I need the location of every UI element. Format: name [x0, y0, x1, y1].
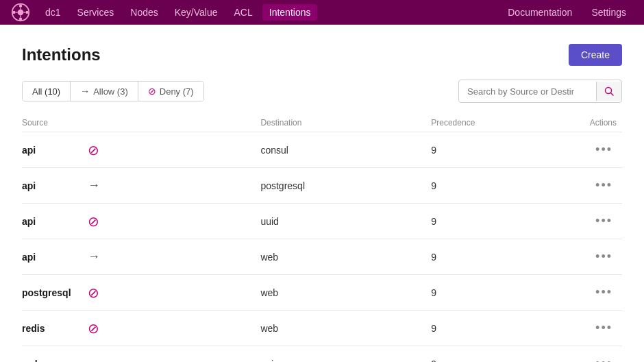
filter-tab-deny[interactable]: ⊘ Deny (7) [138, 82, 203, 101]
nav-keyvalue[interactable]: Key/Value [168, 4, 225, 21]
table-row: postgresql ⊘ web 9 ••• [22, 275, 622, 311]
table-row: api → web 9 ••• [22, 239, 622, 275]
intent-type-icon: → [88, 357, 100, 362]
svg-point-5 [25, 11, 28, 14]
consul-logo-icon [11, 3, 30, 22]
actions-cell: ••• [554, 239, 622, 275]
intent-type-icon: → [88, 250, 100, 264]
col-header-destination: Destination [260, 114, 431, 132]
table-row: api ⊘ consul 9 ••• [22, 132, 622, 168]
nav-intentions[interactable]: Intentions [262, 4, 318, 21]
actions-cell: ••• [554, 311, 622, 346]
destination-cell: uuid [260, 204, 431, 239]
page-header: Intentions Create [22, 44, 622, 66]
source-cell: web → [22, 346, 260, 363]
destination-cell: consul [260, 132, 431, 168]
table-row: web → api 9 ••• [22, 346, 622, 363]
source-cell: redis ⊘ [22, 311, 260, 346]
source-name: api [22, 180, 77, 191]
intent-type-icon: → [88, 178, 100, 193]
table-body: api ⊘ consul 9 ••• api → postgresql [22, 132, 622, 363]
more-actions-button[interactable]: ••• [591, 284, 617, 301]
col-header-source: Source [22, 114, 260, 132]
filter-all-label: All (10) [32, 86, 60, 97]
actions-cell: ••• [554, 168, 622, 204]
source-name: api [22, 252, 77, 263]
intent-type-icon: ⊘ [88, 142, 99, 158]
destination-name: api [260, 359, 273, 363]
filter-tabs: All (10) → Allow (3) ⊘ Deny (7) [22, 81, 204, 101]
deny-icon: ⊘ [88, 142, 99, 158]
precedence-cell: 9 [431, 168, 554, 204]
more-actions-button[interactable]: ••• [591, 355, 617, 362]
destination-cell: web [260, 311, 431, 346]
source-name: api [22, 145, 77, 156]
nav-acl[interactable]: ACL [227, 4, 260, 21]
col-header-precedence: Precedence [431, 114, 554, 132]
navbar-right: Documentation Settings [501, 4, 633, 21]
table-row: redis ⊘ web 9 ••• [22, 311, 622, 346]
more-actions-button[interactable]: ••• [591, 319, 617, 337]
filter-bar: All (10) → Allow (3) ⊘ Deny (7) [22, 80, 622, 103]
table-header: Source Destination Precedence Actions [22, 114, 622, 132]
filter-deny-label: Deny (7) [160, 86, 194, 97]
destination-cell: web [260, 239, 431, 275]
deny-icon: ⊘ [88, 285, 99, 301]
main-content: Intentions Create All (10) → Allow (3) ⊘… [0, 25, 644, 362]
filter-tab-allow[interactable]: → Allow (3) [71, 82, 138, 101]
precedence-cell: 9 [431, 275, 554, 311]
navbar-left: dc1 Services Nodes Key/Value ACL Intenti… [11, 3, 317, 22]
source-name: web [22, 359, 77, 363]
destination-name: web [260, 252, 278, 263]
source-cell: postgresql ⊘ [22, 275, 260, 311]
allow-icon: → [88, 250, 100, 264]
destination-name: web [260, 287, 278, 298]
actions-cell: ••• [554, 132, 622, 168]
more-actions-button[interactable]: ••• [591, 213, 617, 230]
precedence-value: 9 [431, 252, 436, 263]
source-cell: api ⊘ [22, 132, 260, 168]
navbar: dc1 Services Nodes Key/Value ACL Intenti… [0, 0, 644, 25]
source-cell: api ⊘ [22, 204, 260, 239]
search-button[interactable] [596, 82, 621, 101]
deny-icon: ⊘ [88, 320, 99, 337]
precedence-value: 9 [431, 359, 436, 363]
dc-label[interactable]: dc1 [38, 4, 68, 21]
more-actions-button[interactable]: ••• [591, 177, 617, 194]
search-box [458, 80, 622, 103]
search-icon [604, 86, 615, 97]
svg-point-3 [19, 17, 22, 20]
nav-settings[interactable]: Settings [584, 4, 633, 21]
precedence-cell: 9 [431, 346, 554, 363]
source-cell: api → [22, 239, 260, 275]
nav-services[interactable]: Services [71, 4, 121, 21]
source-name: redis [22, 323, 77, 334]
intentions-table: Source Destination Precedence Actions ap… [22, 114, 622, 362]
nav-documentation[interactable]: Documentation [501, 4, 579, 21]
filter-tab-all[interactable]: All (10) [23, 82, 71, 101]
allow-icon: → [88, 178, 100, 193]
precedence-value: 9 [431, 145, 436, 156]
precedence-cell: 9 [431, 204, 554, 239]
more-actions-button[interactable]: ••• [591, 141, 617, 158]
search-input[interactable] [459, 82, 596, 101]
actions-cell: ••• [554, 204, 622, 239]
actions-cell: ••• [554, 275, 622, 311]
more-actions-button[interactable]: ••• [591, 248, 617, 265]
precedence-value: 9 [431, 216, 436, 227]
destination-name: web [260, 323, 278, 334]
source-name: api [22, 216, 77, 227]
destination-cell: postgresql [260, 168, 431, 204]
nav-nodes[interactable]: Nodes [123, 4, 164, 21]
intent-type-icon: ⊘ [88, 285, 99, 301]
svg-line-11 [611, 93, 614, 96]
precedence-cell: 9 [431, 239, 554, 275]
create-button[interactable]: Create [569, 44, 622, 66]
destination-name: consul [260, 145, 288, 156]
page-title: Intentions [22, 45, 101, 64]
filter-allow-label: Allow (3) [93, 86, 128, 97]
destination-name: uuid [260, 216, 278, 227]
precedence-value: 9 [431, 323, 436, 334]
precedence-value: 9 [431, 180, 436, 191]
destination-cell: web [260, 275, 431, 311]
